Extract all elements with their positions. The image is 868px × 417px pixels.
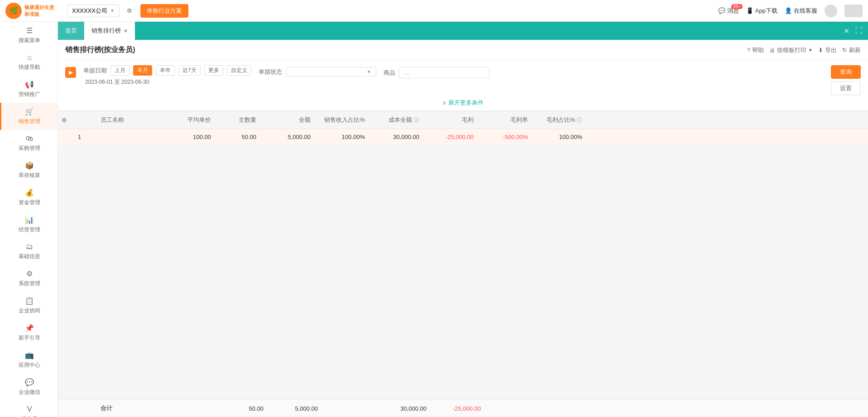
page-title: 销售排行榜(按业务员): [65, 45, 135, 55]
date-btn-last-month[interactable]: 上月: [110, 65, 129, 76]
td-index: 1: [74, 129, 97, 145]
th-cost: 成本全额 ⓘ: [369, 111, 423, 129]
sales-icon: 🛒: [25, 107, 34, 116]
footer-qty: 50.00: [218, 405, 264, 412]
app-download-button[interactable]: 📱 App下载: [746, 7, 777, 15]
enterprise-icon: 📋: [25, 297, 34, 305]
tab-actions: ✕ ⛶: [841, 25, 868, 36]
marketing-icon: 📢: [25, 80, 34, 89]
status-chevron-icon: ▼: [367, 69, 371, 74]
sidebar-item-operations[interactable]: 📊 经营管理: [0, 211, 58, 238]
footer-label: 合计: [101, 404, 173, 412]
sidebar-item-inventory[interactable]: 📦 库存核算: [0, 157, 58, 184]
company-selector[interactable]: XXXXXX公司 ▼: [67, 5, 120, 17]
th-settings: ⚙: [58, 112, 74, 128]
logo-icon: 🌿: [5, 3, 22, 19]
top-bar: 🌿 畅康通好生意 标准版 XXXXXX公司 ▼ ⚙ 体验行业方案 💬 消息 99…: [0, 0, 868, 22]
message-badge: 99+: [731, 4, 743, 9]
query-button[interactable]: 查询: [831, 65, 861, 79]
date-filter-row: 单据日期 上月 本月 本年 近7天 更多 自定义: [83, 65, 251, 76]
print-icon: 🖨: [769, 47, 775, 53]
help-link[interactable]: ? 帮助: [747, 46, 764, 54]
tab-sales-rank[interactable]: 销售排行榜 ✕: [84, 22, 135, 40]
td-profit: -25,000.00: [423, 129, 477, 145]
sidebar-item-system[interactable]: ⚙ 系统管理: [0, 265, 58, 292]
goods-filter-group: 商品 …: [384, 67, 489, 78]
print-chevron-icon: ▼: [808, 48, 813, 53]
th-sales-pct: 销售收入占比%: [314, 111, 369, 129]
print-link[interactable]: 🖨 按模板打印 ▼: [769, 46, 813, 54]
tab-home[interactable]: 首页: [58, 22, 84, 40]
refresh-icon: ↻: [842, 47, 847, 53]
sidebar-item-member[interactable]: V 畅会员: [0, 401, 58, 417]
table-row: 1 100.00 50.00 5,000.00 100.00% 30,000.0…: [58, 129, 868, 145]
inventory-icon: 📦: [25, 161, 34, 170]
chevron-down-icon: ∨: [442, 100, 446, 106]
sidebar-item-sales[interactable]: 🛒 销售管理: [0, 103, 58, 130]
logo-area: 🌿 畅康通好生意 标准版: [5, 3, 63, 19]
action-buttons: 查询 设置: [831, 65, 861, 95]
td-amount: 5,000.00: [260, 129, 314, 145]
setting-button[interactable]: 设置: [831, 81, 861, 95]
tab-close-window-icon[interactable]: ✕: [841, 25, 852, 36]
goods-label: 商品: [384, 69, 395, 77]
th-profit-pct: 毛利占比% ⓘ: [532, 111, 586, 129]
sidebar-item-enterprise[interactable]: 📋 企业协同: [0, 292, 58, 319]
th-qty: 主数量: [215, 111, 260, 129]
table-container: ⚙ 员工名称 平均单价 主数量 全额 销售收入占比% 成本全额 ⓘ: [58, 111, 868, 145]
sidebar-item-app-center[interactable]: 📺 应用中心: [0, 346, 58, 374]
date-btn-7days[interactable]: 近7天: [178, 65, 201, 76]
page-header: 销售排行榜(按业务员) ? 帮助 🖨 按模板打印 ▼: [58, 40, 868, 61]
service-icon: 👤: [785, 7, 792, 14]
td-row-settings: [58, 133, 74, 142]
tab-close-icon[interactable]: ✕: [124, 28, 128, 34]
th-index: [74, 115, 97, 125]
date-btn-custom[interactable]: 自定义: [227, 65, 251, 76]
search-icon: ☰: [26, 26, 33, 35]
company-name: XXXXXX公司: [72, 7, 107, 15]
tab-bar: 首页 销售排行榜 ✕ ✕ ⛶: [58, 22, 868, 40]
chevron-down-icon: ▼: [110, 8, 115, 13]
user-avatar[interactable]: [825, 5, 837, 17]
status-filter-group: 单据状态 ▼: [259, 67, 376, 77]
td-sales-pct: 100.00%: [314, 129, 369, 145]
sidebar-item-basic-info[interactable]: 🗂 基础信息: [0, 238, 58, 265]
th-profit: 毛利: [423, 111, 477, 129]
industry-button[interactable]: 体验行业方案: [140, 4, 188, 18]
date-filter-group: 单据日期 上月 本月 本年 近7天 更多 自定义 2023-06-01 至 20…: [83, 65, 251, 86]
refresh-link[interactable]: ↻ 刷新: [842, 46, 861, 54]
settings-icon[interactable]: ⚙: [123, 5, 136, 17]
footer-amount: 5,000.00: [264, 405, 318, 412]
sidebar-item-quick-nav[interactable]: ⌂ 快捷导航: [0, 49, 58, 76]
cost-help-icon[interactable]: ⓘ: [414, 117, 419, 123]
settings-icon[interactable]: ⚙: [62, 117, 67, 124]
sidebar-item-purchase[interactable]: 🛍 采购管理: [0, 130, 58, 157]
sidebar-item-marketing[interactable]: 📢 营销推广: [0, 76, 58, 103]
page-actions: ? 帮助 🖨 按模板打印 ▼ ⬇ 导出: [747, 46, 861, 54]
status-select[interactable]: ▼: [286, 67, 376, 77]
mobile-icon: 📱: [746, 7, 753, 14]
table-header: ⚙ 员工名称 平均单价 主数量 全额 销售收入占比% 成本全额 ⓘ: [58, 111, 868, 129]
sidebar-item-wechat[interactable]: 💬 企业微信: [0, 374, 58, 401]
date-btn-this-year[interactable]: 本年: [156, 65, 175, 76]
sidebar-item-search[interactable]: ☰ 搜索菜单: [0, 22, 58, 49]
expand-conditions-button[interactable]: ∨ 展开更多条件: [442, 99, 484, 107]
filter-expand-arrow: ▶: [65, 67, 76, 78]
message-button[interactable]: 💬 消息 99+: [718, 7, 739, 15]
export-link[interactable]: ⬇ 导出: [818, 46, 837, 54]
table-footer: 合计 50.00 5,000.00 30,000.00 -25,000.00: [58, 399, 868, 417]
online-service-button[interactable]: 👤 在线客服: [785, 7, 817, 15]
sidebar-item-finance[interactable]: 💰 资金管理: [0, 184, 58, 211]
tab-expand-icon[interactable]: ⛶: [854, 25, 864, 36]
member-icon: V: [27, 405, 32, 413]
sidebar-item-guide[interactable]: 📌 新手引导: [0, 319, 58, 346]
date-btn-more[interactable]: 更多: [204, 65, 223, 76]
top-bar-right: 💬 消息 99+ 📱 App下载 👤 在线客服: [718, 5, 863, 17]
date-label: 单据日期: [83, 67, 107, 75]
profit-pct-help-icon[interactable]: ⓘ: [577, 117, 582, 123]
filter-arrow-button[interactable]: ▶: [65, 67, 76, 78]
sidebar: ☰ 搜索菜单 ⌂ 快捷导航 📢 营销推广 🛒 销售管理 🛍 采购管理 📦 库: [0, 22, 58, 417]
date-btn-this-month[interactable]: 本月: [133, 65, 152, 76]
footer-cost: 30,000.00: [372, 405, 427, 412]
goods-input[interactable]: …: [399, 67, 489, 78]
